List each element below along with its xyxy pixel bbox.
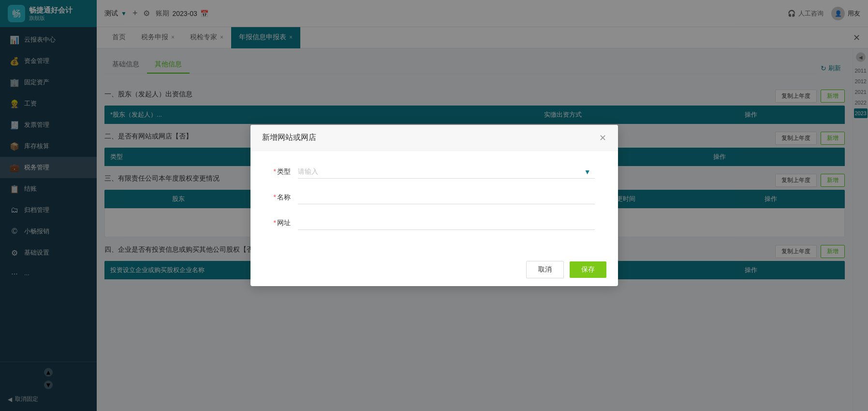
type-input[interactable] bbox=[298, 165, 595, 179]
modal-body: *类型 ▼ *名称 *网址 bbox=[250, 151, 618, 253]
modal-footer: 取消 保存 bbox=[250, 253, 618, 286]
url-input[interactable] bbox=[298, 216, 595, 230]
type-input-wrapper: ▼ bbox=[298, 165, 595, 179]
required-mark3: * bbox=[274, 219, 276, 227]
modal-overlay[interactable]: 新增网站或网店 ✕ *类型 ▼ *名称 bbox=[0, 0, 868, 411]
modal-title: 新增网站或网店 bbox=[262, 133, 316, 143]
name-input-wrapper bbox=[298, 190, 595, 204]
type-label: *类型 bbox=[274, 167, 298, 176]
required-mark: * bbox=[274, 167, 276, 175]
modal-header: 新增网站或网店 ✕ bbox=[250, 125, 618, 151]
modal-close-btn[interactable]: ✕ bbox=[599, 134, 606, 142]
cancel-btn[interactable]: 取消 bbox=[526, 261, 564, 278]
name-label: *名称 bbox=[274, 193, 298, 202]
save-btn[interactable]: 保存 bbox=[570, 261, 606, 278]
form-item-type: *类型 ▼ bbox=[274, 165, 595, 179]
required-mark2: * bbox=[274, 193, 276, 201]
url-input-wrapper bbox=[298, 216, 595, 230]
url-label: *网址 bbox=[274, 219, 298, 228]
modal-add-website: 新增网站或网店 ✕ *类型 ▼ *名称 bbox=[250, 125, 618, 286]
name-input[interactable] bbox=[298, 190, 595, 204]
form-item-name: *名称 bbox=[274, 190, 595, 204]
form-item-url: *网址 bbox=[274, 216, 595, 230]
